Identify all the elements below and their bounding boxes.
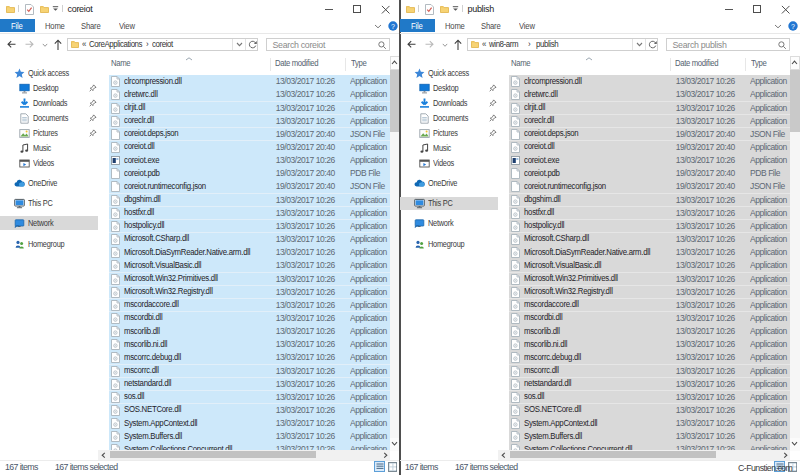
svg-text:?: ? — [391, 22, 395, 29]
svg-text:?: ? — [791, 22, 795, 29]
